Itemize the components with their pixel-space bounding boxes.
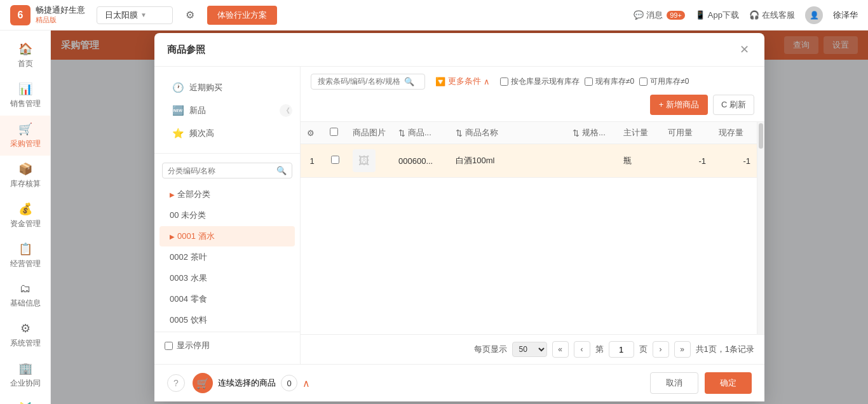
app-icon: 📱: [695, 10, 705, 20]
sidebar-label-finance: 资金管理: [10, 219, 41, 229]
store-selector[interactable]: 日太阳膜 ▼: [97, 6, 173, 24]
sidebar-item-system[interactable]: ⚙ 系统管理: [0, 315, 50, 355]
col-image-label: 商品图片: [353, 127, 386, 138]
settings-icon[interactable]: ⚙: [307, 128, 315, 138]
stock-nonzero-label[interactable]: 现有库存≠0: [585, 76, 634, 87]
help-btn[interactable]: ?: [167, 374, 185, 392]
page-size-select[interactable]: 20 50 100: [512, 342, 547, 357]
chevron-down-icon: ▼: [140, 11, 147, 18]
category-search-box[interactable]: 🔍: [162, 163, 292, 178]
search-icon: 🔍: [276, 166, 287, 175]
sidebar-item-guide[interactable]: 🔰 新手引导: [0, 395, 50, 404]
frequent-item[interactable]: ⭐ 频次高: [162, 123, 275, 144]
category-label-0005: 0005 饮料: [170, 315, 207, 325]
sort-icon-code: ⇅: [398, 128, 405, 138]
search-icon: 🔍: [404, 77, 414, 86]
online-service-nav-item[interactable]: 🎧 在线客服: [749, 10, 795, 21]
product-search-input[interactable]: [318, 77, 400, 86]
table-row[interactable]: 1 🖼: [301, 144, 757, 178]
all-categories-label: 全部分类: [177, 189, 210, 200]
finance-icon: 💰: [18, 202, 32, 216]
add-product-button[interactable]: + 新增商品: [650, 95, 708, 115]
modal-title: 商品参照: [167, 44, 205, 56]
table-scrollbar[interactable]: [757, 122, 764, 334]
row-num: 1: [301, 144, 323, 178]
col-header-code[interactable]: ⇅ 商品...: [392, 122, 449, 144]
last-page-btn[interactable]: »: [674, 341, 691, 358]
product-table: ⚙ 商品图片: [301, 122, 757, 178]
user-avatar[interactable]: 👤: [805, 6, 823, 24]
confirm-button[interactable]: 确定: [705, 372, 752, 394]
all-categories-item[interactable]: ▶ 全部分类: [159, 184, 295, 205]
warehouse-filter-label[interactable]: 按仓库显示现有库存: [500, 76, 580, 87]
category-label-0004: 0004 零食: [170, 294, 207, 304]
available-nonzero-label[interactable]: 可用库存≠0: [639, 76, 689, 87]
footer-right: 取消 确定: [650, 372, 752, 394]
product-table-area: ⚙ 商品图片: [301, 122, 764, 334]
refresh-button[interactable]: C 刷新: [713, 95, 754, 115]
page-number-input[interactable]: [609, 341, 634, 358]
sidebar-item-operation[interactable]: 📋 经营管理: [0, 236, 50, 276]
cancel-button[interactable]: 取消: [650, 372, 698, 394]
row-checkbox[interactable]: [331, 156, 339, 164]
app-download-nav-item[interactable]: 📱 App下载: [695, 10, 739, 21]
warehouse-filter-checkbox[interactable]: [500, 77, 508, 86]
category-search-input[interactable]: [168, 166, 274, 175]
prev-page-btn[interactable]: ‹: [574, 341, 590, 358]
sidebar-item-basic-info[interactable]: 🗂 基础信息: [0, 276, 50, 315]
col-header-spec[interactable]: ⇅ 规格...: [566, 122, 617, 144]
recent-icon: 🕐: [172, 82, 184, 93]
sidebar-item-inventory[interactable]: 📦 库存核算: [0, 156, 50, 196]
sort-icon-spec: ⇅: [573, 128, 580, 138]
cart-label: 连续选择的商品: [218, 377, 276, 389]
col-header-num: ⚙: [301, 122, 323, 144]
recent-purchase-item[interactable]: 🕐 近期购买: [162, 77, 275, 98]
recent-purchase-label: 近期购买: [189, 82, 222, 93]
sidebar-item-home[interactable]: 🏠 首页: [0, 36, 50, 76]
first-page-btn[interactable]: «: [552, 341, 569, 358]
new-product-icon: 🆕: [172, 105, 184, 116]
toolbar-right: + 新增商品 C 刷新: [650, 95, 754, 115]
row-name: 白酒100ml: [449, 144, 566, 178]
modal-dialog: 商品参照 ✕ 🕐 近期购买: [154, 33, 764, 401]
sidebar-item-purchase[interactable]: 🛒 采购管理: [0, 116, 50, 156]
category-item-00[interactable]: 00 未分类: [159, 205, 295, 226]
pagination-bar: 每页显示 20 50 100 « ‹ 第 页 ›: [301, 334, 764, 364]
messages-badge: 99+: [667, 11, 685, 20]
left-panel-collapse-btn[interactable]: 《: [280, 104, 292, 117]
sidebar-item-enterprise[interactable]: 🏢 企业协同: [0, 355, 50, 395]
col-header-name[interactable]: ⇅ 商品名称: [449, 122, 566, 144]
available-nonzero-checkbox[interactable]: [639, 77, 648, 86]
scrollbar-thumb[interactable]: [759, 123, 763, 149]
sidebar-label-inventory: 库存核算: [10, 178, 41, 189]
show-disabled-label: 显示停用: [177, 340, 210, 351]
next-page-btn[interactable]: ›: [653, 341, 669, 358]
stock-nonzero-checkbox[interactable]: [585, 77, 593, 86]
frequent-icon: ⭐: [172, 128, 184, 139]
sidebar-item-sales[interactable]: 📊 销售管理: [0, 76, 50, 116]
row-spec: [566, 144, 617, 178]
cart-icon[interactable]: 🛒: [193, 373, 213, 393]
settings-icon[interactable]: ⚙: [180, 6, 200, 25]
category-item-0005[interactable]: 0005 饮料: [159, 310, 295, 330]
sidebar-item-finance[interactable]: 💰 资金管理: [0, 196, 50, 236]
row-checkbox-cell[interactable]: [323, 144, 346, 178]
more-filter-btn[interactable]: 🔽 更多条件 ∧: [430, 73, 495, 90]
product-thumbnail: 🖼: [353, 149, 376, 172]
category-item-0001[interactable]: ▶ 0001 酒水: [159, 226, 295, 246]
show-disabled-checkbox[interactable]: [165, 342, 173, 350]
enterprise-icon: 🏢: [18, 361, 32, 375]
product-search-box[interactable]: 🔍: [311, 74, 425, 90]
footer-collapse-btn[interactable]: ∧: [302, 377, 310, 389]
col-stock-label: 现存量: [719, 128, 743, 137]
category-item-0003[interactable]: 0003 水果: [159, 268, 295, 288]
sidebar-label-purchase: 采购管理: [10, 138, 41, 149]
new-product-item[interactable]: 🆕 新品: [162, 100, 275, 121]
select-all-checkbox[interactable]: [330, 128, 338, 136]
store-name: 日太阳膜: [105, 10, 138, 21]
messages-nav-item[interactable]: 💬 消息 99+: [634, 10, 685, 21]
category-item-0004[interactable]: 0004 零食: [159, 289, 295, 309]
trial-button[interactable]: 体验行业方案: [207, 6, 277, 25]
category-item-0002[interactable]: 0002 茶叶: [159, 247, 295, 267]
close-icon[interactable]: ✕: [736, 42, 752, 57]
